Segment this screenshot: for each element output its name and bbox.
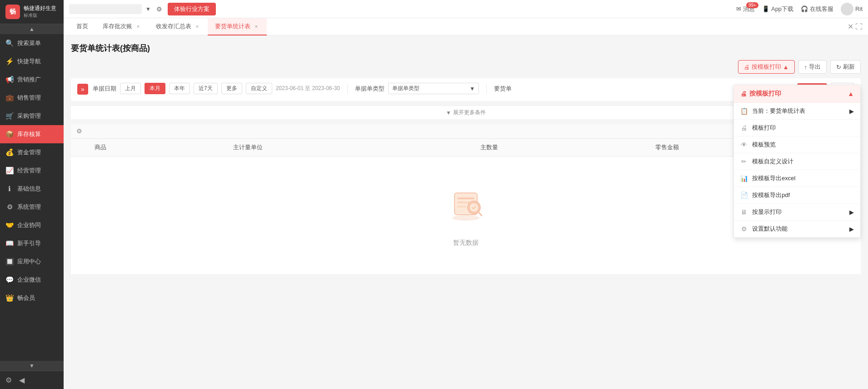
tab-首页[interactable]: 首页 [69,18,95,35]
scroll-down-btn[interactable]: ▼ [0,361,64,371]
last-month-btn[interactable]: 上月 [120,83,141,94]
sidebar-item-营销推广[interactable]: 📢营销推广 [0,71,64,89]
type-select[interactable]: 单据单类型 ▼ [388,83,479,94]
default-setting-left: ⚙ 设置默认功能 [740,225,788,233]
type-select-value: 单据单类型 [392,85,419,92]
trial-button[interactable]: 体验行业方案 [168,3,216,15]
this-year-btn[interactable]: 本年 [169,83,190,94]
template-print-label: 模板打印 [752,124,776,132]
topbar-gear-icon[interactable]: ⚙ [156,5,162,13]
sidebar-item-销售管理[interactable]: 💼销售管理 [0,89,64,107]
sidebar-item-畅会员[interactable]: 👑畅会员 [0,289,64,307]
messages-item[interactable]: ✉ 消息 99+ [736,5,755,13]
expand-tabs-icon[interactable]: ⛶ [855,23,863,31]
sidebar-label-8: 基础信息 [17,185,41,193]
tab-close-2[interactable]: × [194,23,200,30]
tab-要货单统计表[interactable]: 要货单统计表× [208,18,267,35]
template-design-item[interactable]: ✏ 模板自定义设计 [734,153,860,170]
print-dropdown-menu: 🖨 按模板打印 ▲ 📋 当前：要货单统计表 ▶ 🖨 模板打印 👁 [733,85,861,238]
filter-expand-button[interactable]: » [77,84,88,95]
sidebar-label-10: 企业协同 [17,221,41,229]
print-button[interactable]: 🖨 按模板打印 ▲ [738,60,795,74]
more-date-btn[interactable]: 更多 [221,83,242,94]
sidebar-icon-7: 📈 [5,167,14,175]
export-icon: ↑ [804,64,808,71]
sidebar-label-0: 搜索菜单 [17,39,41,47]
sidebar-item-快捷导航[interactable]: ⚡快捷导航 [0,52,64,71]
page-content: 要货单统计表(按商品) 🖨 按模板打印 ▲ ↑ 导出 ↻ 刷新 » 单据日期 上… [64,35,868,389]
export-pdf-item[interactable]: 📄 按模板导出pdf [734,187,860,204]
display-print-icon: 🖥 [740,208,748,216]
tab-label-2: 收发存汇总表 [156,22,191,30]
tab-库存批次账[interactable]: 库存批次账× [95,18,149,35]
dropdown-current-item[interactable]: 📋 当前：要货单统计表 ▶ [734,103,860,120]
logo-icon: 畅 [5,5,20,19]
export-excel-item[interactable]: 📊 按模板导出excel [734,170,860,187]
topbar: ▼ ⚙ 体验行业方案 ✉ 消息 99+ 📱 App下载 🎧 在线客服 Rit [64,0,868,18]
main-content: ▼ ⚙ 体验行业方案 ✉ 消息 99+ 📱 App下载 🎧 在线客服 Rit [64,0,868,389]
printer-icon: 🖨 [744,64,750,71]
template-design-icon: ✏ [740,158,748,165]
app-download-label: App下载 [771,5,793,13]
sidebar-item-应用中心[interactable]: 🔲应用中心 [0,253,64,271]
template-preview-item[interactable]: 👁 模板预览 [734,136,860,153]
close-all-tabs-icon[interactable]: ✕ [848,22,853,31]
avatar-image [841,3,853,15]
svg-rect-4 [457,206,466,207]
template-print-item[interactable]: 🖨 模板打印 [734,120,860,136]
sidebar-item-企业协同[interactable]: 🤝企业协同 [0,216,64,234]
collapse-icon[interactable]: ◀ [19,376,25,384]
empty-text: 暂无数据 [453,239,479,247]
custom-date-btn[interactable]: 自定义 [246,83,272,94]
sidebar-item-库存核算[interactable]: 📦库存核算 [0,125,64,143]
headset-icon: 🎧 [801,5,808,12]
message-icon: ✉ [736,5,741,12]
dropdown-header-right: ▲ [848,90,854,97]
last-7days-btn[interactable]: 近7天 [194,83,218,94]
display-print-section[interactable]: 🖥 按显示打印 ▶ [734,204,860,221]
sidebar-item-经营管理[interactable]: 📈经营管理 [0,162,64,180]
sidebar-item-采购管理[interactable]: 🛒采购管理 [0,107,64,125]
tab-close-3[interactable]: × [253,23,259,30]
username-label: Rit [855,5,863,12]
sidebar-item-基础信息[interactable]: ℹ基础信息 [0,180,64,198]
export-button[interactable]: ↑ 导出 [798,60,827,74]
printer-menu-icon: 🖨 [740,90,747,97]
sidebar-item-企业微信[interactable]: 💬企业微信 [0,271,64,289]
sidebar-label-2: 营销推广 [17,76,41,84]
tab-收发存汇总表[interactable]: 收发存汇总表× [149,18,208,35]
app-download-item[interactable]: 📱 App下载 [762,5,793,13]
filter-divider [347,84,348,93]
refresh-button[interactable]: ↻ 刷新 [830,60,861,74]
topbar-dropdown-icon[interactable]: ▼ [145,6,151,12]
app-version: 标准版 [24,12,56,19]
sidebar-item-新手引导[interactable]: 📖新手引导 [0,234,64,253]
table-settings-icon[interactable]: ⚙ [76,127,82,135]
topbar-right: ✉ 消息 99+ 📱 App下载 🎧 在线客服 Rit [736,3,863,15]
tab-close-1[interactable]: × [135,23,141,30]
dropdown-close-icon[interactable]: ▲ [848,90,854,97]
dropdown-title-left: 🖨 按模板打印 [740,90,781,98]
sidebar-icon-9: ⚙ [5,203,14,211]
sidebar-item-系统管理[interactable]: ⚙系统管理 [0,198,64,216]
search-input[interactable] [69,4,142,14]
user-avatar[interactable]: Rit [841,3,863,15]
online-service-item[interactable]: 🎧 在线客服 [801,5,833,13]
sidebar-bottom: ⚙ ◀ [0,371,64,389]
scroll-up-btn[interactable]: ▲ [0,24,64,34]
sidebar-item-资金管理[interactable]: 💰资金管理 [0,143,64,162]
sidebar-icon-11: 📖 [5,239,14,248]
current-template-label: 当前：要货单统计表 [752,107,805,115]
type-filter-label: 单据单类型 [355,85,384,93]
sidebar-label-11: 新手引导 [17,239,41,248]
this-month-btn[interactable]: 本月 [145,83,165,94]
sidebar-icon-13: 💬 [5,276,14,284]
settings-icon[interactable]: ⚙ [5,376,12,384]
sidebar-label-1: 快捷导航 [17,57,41,66]
date-range-display: 2023-06-01 至 2023-06-30 [276,85,340,92]
default-setting-section[interactable]: ⚙ 设置默认功能 ▶ [734,221,860,237]
page-title: 要货单统计表(按商品) [71,43,861,54]
message-badge: 99+ [746,2,758,8]
dropdown-header: 🖨 按模板打印 ▲ [734,85,860,103]
sidebar-item-搜索菜单[interactable]: 🔍搜索菜单 [0,34,64,52]
